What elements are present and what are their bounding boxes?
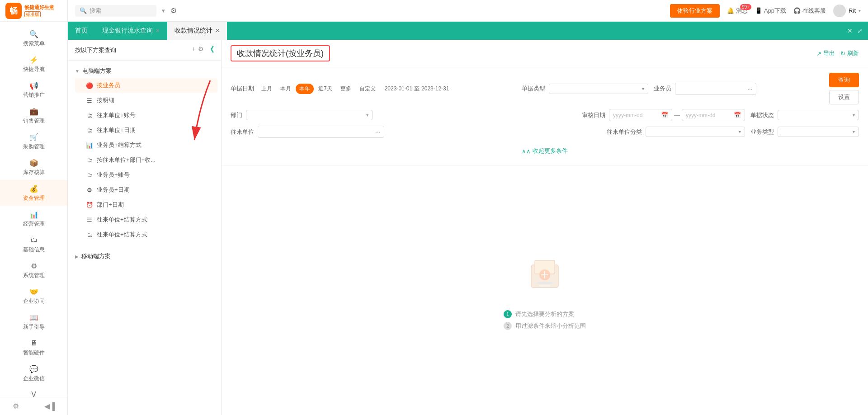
user-area[interactable]: Rit ▾ [833,5,861,17]
sidebar-item-basic[interactable]: 🗂基础信息 [0,231,67,257]
date-label: 单据日期 [231,85,254,93]
sidebar-item-guide[interactable]: 📖新手引导 [0,309,67,335]
svg-rect-5 [537,282,553,284]
scheme-item-salesperson-account[interactable]: 🗂业务员+账号 [75,168,217,182]
scheme-item-by-salesperson[interactable]: 🔴按业务员 [75,78,217,93]
online-service-btn[interactable]: 🎧 在线客服 [793,7,826,15]
review-date-from[interactable]: yyyy-mm-dd 📅 [609,109,672,121]
doc-status-select[interactable]: ▾ [778,110,859,120]
review-date-label: 审核日期 [582,111,605,119]
form-row-3: 往来单位 ··· 往来单位分类 ▾ 业务类型 [231,126,859,138]
scheme-item-salesperson-date[interactable]: ⚙业务员+日期 [75,183,217,197]
query-btn[interactable]: 查询 [829,73,859,87]
left-panel: 按以下方案查询 + ⚙ 《 ▼电脑端方案🔴按业务员☰按明细🗂往来单位+账号🗂往来… [68,40,222,415]
tab-receipt-stats[interactable]: 收款情况统计✕ [167,22,227,40]
sidebar-label-business: 经营管理 [23,220,45,228]
scheme-item-supplier-method2[interactable]: ☰往来单位+结算方式 [75,212,217,227]
sidebar-item-hardware[interactable]: 🖥智能硬件 [0,335,67,360]
doc-type-select[interactable]: ▾ [549,84,648,94]
date-tab-this-year[interactable]: 本年 [296,84,314,94]
sidebar-item-sales[interactable]: 💼销售管理 [0,103,67,128]
topbar-dropdown-arrow[interactable]: ▾ [162,7,165,14]
page-title: 收款情况统计(按业务员) [237,49,324,58]
sidebar-item-wechat[interactable]: 💬企业微信 [0,360,67,386]
counterpart-cat-filter: 往来单位分类 ▾ [607,127,745,137]
sidebar-item-purchase[interactable]: 🛒采购管理 [0,128,67,154]
sidebar-settings-btn[interactable]: ⚙ [13,402,19,410]
scheme-label-supplier-method2: 往来单位+结算方式 [97,216,147,224]
sidebar-collapse-btn[interactable]: ◀▐ [44,402,55,410]
sidebar-item-finance[interactable]: 💰资金管理 [0,180,67,206]
date-tab-custom[interactable]: 自定义 [356,84,379,94]
empty-area: 1 请先选择要分析的方案 2 用过滤条件来缩小分析范围 [222,165,868,415]
date-tab-this-month[interactable]: 本月 [277,84,295,94]
sidebar-label-wechat: 企业微信 [23,375,45,382]
review-date-to[interactable]: yyyy-mm-dd 📅 [682,109,745,121]
app-download-btn[interactable]: 📱 App下载 [755,7,786,15]
more-dots[interactable]: ··· [747,85,752,92]
filter-setting-btn[interactable]: ⚙ [198,45,204,55]
sidebar-item-inventory[interactable]: 📦库存核算 [0,154,67,180]
date-separator: — [674,112,680,118]
setting-btn[interactable]: 设置 [829,90,859,104]
maximize-btn[interactable]: ⤢ [857,27,863,34]
tab-close-bank-flow[interactable]: ✕ [156,28,160,34]
scheme-item-supplier-date[interactable]: 🗂往来单位+日期 [75,123,217,137]
scheme-group-desktop: ▼电脑端方案🔴按业务员☰按明细🗂往来单位+账号🗂往来单位+日期📊业务员+结算方式… [68,61,221,246]
tab-bank-flow[interactable]: 现金银行流水查询✕ [95,22,167,40]
logo-text: 畅捷通好生意 标准版 [24,4,54,17]
search-box[interactable]: 🔍 搜索 [75,5,156,17]
sidebar-item-business[interactable]: 📊经营管理 [0,206,67,231]
scheme-label-salesperson-date: 业务员+日期 [97,186,130,194]
scheme-item-supplier-dept[interactable]: 🗂按往来单位+部门+收... [75,153,217,167]
scheme-label-by-salesperson: 按业务员 [97,81,120,90]
phone-icon: 📱 [755,7,762,14]
scheme-icon-by-salesperson: 🔴 [86,82,93,89]
sidebar-icon-business: 📊 [29,209,39,219]
messages-btn[interactable]: 🔔 消息 99+ [727,7,748,15]
tab-home[interactable]: 首页 [68,22,95,40]
refresh-btn[interactable]: ↻ 刷新 [840,49,859,57]
sidebar-label-finance: 资金管理 [23,194,45,202]
counterpart-select[interactable]: ··· [258,126,384,138]
counterpart-label: 往来单位 [231,128,254,136]
scheme-item-dept-date[interactable]: ⏰部门+日期 [75,198,217,212]
sidebar-item-search-menu[interactable]: 🔍搜索菜单 [0,25,67,51]
scheme-group-title-desktop[interactable]: ▼电脑端方案 [68,64,221,78]
biz-type-select[interactable]: ▾ [778,127,859,137]
scheme-item-by-detail[interactable]: ☰按明细 [75,93,217,108]
filter-collapse-btn[interactable]: 《 [207,45,214,55]
scheme-item-supplier-account[interactable]: 🗂往来单位+账号 [75,108,217,123]
topbar-gear-icon[interactable]: ⚙ [170,6,177,15]
filter-add-btn[interactable]: + [192,45,195,55]
counterpart-cat-select[interactable]: ▾ [646,127,745,137]
export-icon: ↗ [816,50,821,57]
trial-btn[interactable]: 体验行业方案 [670,4,720,18]
filter-title: 按以下方案查询 [75,46,116,54]
dept-filter: 部门 ▾ [231,110,373,120]
dept-select[interactable]: ▾ [246,110,373,120]
export-btn[interactable]: ↗ 导出 [816,49,835,57]
salesperson-select[interactable]: ··· [675,83,756,95]
tab-label-home: 首页 [75,27,88,35]
scheme-item-supplier-method3[interactable]: 🗂往来单位+结算方式 [75,227,217,242]
date-tab-more[interactable]: 更多 [337,84,355,94]
scheme-group-title-mobile[interactable]: ▶移动端方案 [68,250,221,263]
scheme-item-salesperson-method[interactable]: 📊业务员+结算方式 [75,138,217,152]
sidebar-label-hardware: 智能硬件 [23,349,45,357]
sidebar-label-inventory: 库存核算 [23,169,45,176]
calendar-icon-to: 📅 [734,112,741,118]
date-tab-last-7[interactable]: 近7天 [315,84,336,94]
empty-steps: 1 请先选择要分析的方案 2 用过滤条件来缩小分析范围 [504,310,586,334]
tab-close-receipt-stats[interactable]: ✕ [215,28,220,34]
close-window-btn[interactable]: ✕ [847,27,853,34]
counterpart-more[interactable]: ··· [375,128,380,135]
main-area: 🔍 搜索 ▾ ⚙ 体验行业方案 🔔 消息 99+ 📱 App下载 🎧 在线客服 [68,0,868,415]
date-tab-last-month[interactable]: 上月 [258,84,276,94]
sidebar-item-system[interactable]: ⚙系统管理 [0,257,67,283]
sidebar-item-quick-nav[interactable]: ⚡快捷导航 [0,51,67,77]
collapse-bar[interactable]: ∧∧ 收起更多条件 [231,142,859,160]
sidebar-item-marketing[interactable]: 📢营销推广 [0,77,67,103]
sidebar-item-member[interactable]: V畅会员 [0,386,67,397]
sidebar-item-corp[interactable]: 🤝企业协同 [0,283,67,309]
